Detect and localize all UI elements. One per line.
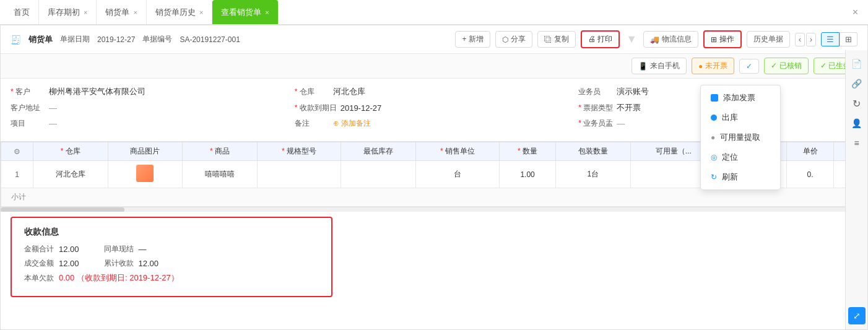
ops-outbound[interactable]: 出库 [701, 108, 780, 128]
tab-close-sales-history[interactable]: × [199, 9, 203, 16]
cumulative-payment-item: 累计收款 12.00 [104, 258, 159, 269]
logistics-button[interactable]: 🚚 物流信息 [643, 31, 698, 48]
add-invoice-label: 添加发票 [723, 92, 755, 103]
phone-icon: 📱 [638, 62, 648, 71]
col-pack-qty: 包装数量 [556, 142, 631, 161]
row-spec [257, 161, 341, 188]
next-record-button[interactable]: › [806, 33, 816, 46]
payment-info-panel: 收款信息 金额合计 12.00 同单现结 — 成交金额 12.00 累计收款 1… [11, 217, 332, 297]
payment-date-field: 收款到期日 2019-12-27 [295, 103, 574, 113]
tab-inventory-init[interactable]: 库存期初 × [39, 0, 97, 24]
sidebar-list-btn[interactable]: ≡ [848, 134, 866, 152]
document-icon: 📄 [851, 59, 862, 69]
doc-header: 🧾 销货单 单据日期 2019-12-27 单据编号 SA-20191227-0… [1, 25, 867, 54]
share-button[interactable]: ⬡ 分享 [495, 31, 532, 48]
print-button[interactable]: 🖨 打印 [581, 30, 620, 48]
list-icon: ≡ [854, 138, 859, 148]
view-toggle: ☰ ⊞ [821, 32, 857, 46]
settings-icon[interactable]: ⚙ [14, 147, 20, 156]
col-product-img: 商品图片 [108, 142, 183, 161]
add-invoice-icon [711, 94, 718, 102]
project-value: — [49, 119, 57, 128]
outbound-label: 出库 [722, 112, 738, 123]
check-icon-btn[interactable]: ✓ [739, 59, 759, 74]
share-icon: ⬡ [502, 35, 508, 44]
warehouse-value: 河北仓库 [333, 86, 365, 97]
horizontal-scrollbar-track[interactable] [1, 207, 867, 212]
history-button[interactable]: 历史单据 [747, 31, 790, 48]
list-view-button[interactable]: ☰ [821, 32, 840, 46]
ops-locate[interactable]: ◎ 定位 [701, 147, 780, 167]
deal-amount-item: 成交金额 12.00 [24, 258, 79, 269]
tab-close-inventory-init[interactable]: × [84, 9, 87, 16]
from-phone-button[interactable]: 📱 来自手机 [631, 58, 687, 74]
subtotal-label: 小计 [1, 188, 867, 207]
expand-icon: ⤢ [853, 311, 861, 321]
sidebar-document-btn[interactable]: 📄 [848, 55, 866, 72]
window-close-button[interactable]: × [848, 7, 863, 18]
tab-view-sales-order[interactable]: 查看销货单 × [212, 0, 278, 24]
same-order-label: 同单现结 [104, 244, 134, 254]
add-note-button[interactable]: ⊕ 添加备注 [333, 118, 371, 129]
staff2-label: 业务员盂 [578, 118, 613, 129]
warehouse-label: 仓库 [295, 87, 329, 97]
payment-row-1: 金额合计 12.00 同单现结 — [24, 244, 319, 254]
tab-home[interactable]: 首页 [5, 0, 39, 24]
subtotal-row: 小计 [1, 188, 867, 207]
right-sidebar: 📄 🔗 ↻ 👤 ≡ ⤢ [845, 50, 867, 329]
doc-number-label: 单据编号 [142, 34, 172, 45]
available-icon: ● [711, 133, 715, 142]
row-warehouse: 河北仓库 [33, 161, 108, 188]
col-settings[interactable]: ⚙ [1, 142, 33, 161]
locate-label: 定位 [722, 152, 738, 163]
same-order-value: — [139, 245, 147, 254]
address-field: 客户地址 — [11, 103, 290, 113]
row-pack-qty: 1台 [556, 161, 631, 188]
link-icon: 🔗 [851, 79, 862, 89]
doc-date-value: 2019-12-27 [97, 35, 135, 44]
ops-refresh[interactable]: ↻ 刷新 [701, 167, 780, 187]
order-debt-value: 0.00 （收款到期日: 2019-12-27） [59, 272, 179, 284]
sidebar-user-btn[interactable]: 👤 [848, 115, 866, 132]
tab-sales-history[interactable]: 销货单历史 × [147, 0, 212, 24]
deal-amount-value: 12.00 [59, 259, 79, 268]
grid-view-button[interactable]: ⊞ [840, 32, 857, 46]
col-spec: 规格型号 [257, 142, 341, 161]
col-min-stock: 最低库存 [341, 142, 416, 161]
col-qty: 数量 [500, 142, 556, 161]
staff-label: 业务员 [578, 87, 613, 97]
refresh-label: 刷新 [722, 172, 738, 183]
customer-field: 客户 柳州粤港平安气体有限公司 [11, 86, 290, 97]
row-product: 嘻嘻嘻嘻 [183, 161, 258, 188]
sidebar-link-btn[interactable]: 🔗 [848, 75, 866, 92]
doc-header-left: 🧾 销货单 单据日期 2019-12-27 单据编号 SA-20191227-0… [11, 34, 240, 45]
staff2-value: — [617, 119, 625, 128]
already-checked-button[interactable]: ✓ 已核销 [764, 58, 808, 74]
customer-value: 柳州粤港平安气体有限公司 [49, 86, 145, 97]
ops-button[interactable]: ⊞ 操作 [703, 30, 742, 48]
prev-record-button[interactable]: ‹ [795, 33, 805, 46]
product-thumbnail [136, 165, 154, 182]
payment-row-3: 本单欠款 0.00 （收款到期日: 2019-12-27） [24, 272, 319, 284]
ops-add-invoice[interactable]: 添加发票 [701, 88, 780, 108]
check-icon: ✓ [746, 62, 752, 71]
col-product: 商品 [183, 142, 258, 161]
copy-button[interactable]: ⿻ 复制 [537, 31, 576, 48]
not-open-ticket-button[interactable]: ● 未开票 [692, 58, 734, 74]
sidebar-refresh-btn[interactable]: ↻ [848, 95, 866, 112]
tab-close-sales-order[interactable]: × [133, 9, 137, 16]
horizontal-scrollbar-thumb[interactable] [1, 207, 124, 212]
available-qty-label: 可用量提取 [720, 132, 760, 143]
total-amount-item: 金额合计 12.00 [24, 244, 79, 254]
tab-close-view-sales[interactable]: × [265, 9, 269, 16]
refresh-circle-icon: ↻ [853, 98, 861, 110]
staff-value: 演示账号 [617, 86, 649, 97]
order-debt-label: 本单欠款 [24, 273, 54, 284]
warehouse-field: 仓库 河北仓库 [295, 86, 574, 97]
add-button[interactable]: + 新增 [455, 31, 490, 48]
tab-sales-order[interactable]: 销货单 × [97, 0, 146, 24]
ops-available-qty[interactable]: ● 可用量提取 [701, 128, 780, 147]
sidebar-expand-btn[interactable]: ⤢ [848, 307, 866, 324]
row-num: 1 [1, 161, 33, 188]
locate-icon: ◎ [711, 153, 717, 162]
